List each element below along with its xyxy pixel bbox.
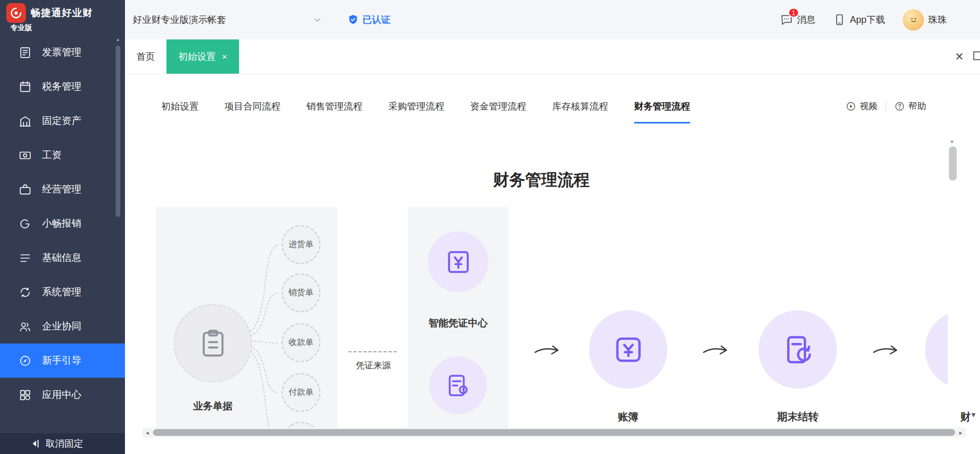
partial-node-circle (925, 310, 948, 389)
tab-home[interactable]: 首页 (136, 50, 155, 63)
reimburse-icon (19, 217, 32, 230)
app-window: 畅捷通好业财 专业版 发票管理 税务管理 固定资产 工资 (0, 0, 980, 454)
period-end-node (759, 310, 837, 389)
node-sales-order: 销货单 (282, 273, 320, 312)
app-download-button[interactable]: App下载 (833, 13, 885, 26)
smart-voucher-circle (428, 231, 488, 292)
node-receipt: 收款单 (282, 323, 320, 362)
sidebar-item-label: 系统管理 (42, 285, 81, 299)
banknote-icon (19, 149, 32, 162)
sidebar-item-reimbursement[interactable]: 小畅报销 (0, 207, 125, 241)
close-icon[interactable]: × (955, 50, 963, 64)
collapse-pin-icon (30, 438, 40, 449)
horizontal-scroll-thumb[interactable] (153, 429, 955, 436)
sidebar-item-label: 小畅报销 (42, 217, 81, 230)
vertical-scroll-thumb[interactable] (949, 146, 957, 181)
document-gear-icon (445, 373, 471, 398)
sidebar-item-newbie-guide[interactable]: 新手引导 (0, 343, 125, 378)
tab-initial-settings[interactable]: 初始设置 × (166, 39, 239, 74)
business-docs-label: 业务单据 (174, 400, 252, 413)
sidebar-scroll-up-icon[interactable]: ▲ (116, 37, 120, 42)
horizontal-scrollbar[interactable]: ◂ ▸ (143, 428, 965, 437)
avatar-face-icon (907, 13, 920, 26)
sidebar-item-enterprise-collaboration[interactable]: 企业协同 (0, 309, 125, 343)
restore-icon[interactable] (973, 51, 980, 60)
app-title: 畅捷通好业财 (31, 6, 93, 20)
messages-button[interactable]: 1 消息 (780, 13, 816, 26)
sidebar-item-label: 基础信息 (42, 251, 81, 265)
scroll-down-icon[interactable]: ▼ (970, 411, 977, 419)
compass-icon (19, 354, 32, 367)
period-end-label: 期末结转 (759, 410, 837, 424)
connector-lines (246, 229, 285, 428)
node-purchase-order: 进货单 (282, 225, 320, 264)
sidebar-item-label: 工资 (42, 148, 62, 162)
list-icon (19, 252, 32, 265)
sidebar-item-label: 固定资产 (42, 114, 81, 128)
sidebar-item-app-center[interactable]: 应用中心 (0, 378, 125, 412)
sidebar: 畅捷通好业财 专业版 发票管理 税务管理 固定资产 工资 (0, 0, 125, 454)
tab-label: 初始设置 (178, 50, 216, 63)
avatar (903, 9, 924, 31)
sidebar-item-business-management[interactable]: 经营管理 (0, 172, 125, 207)
yen-document-icon (444, 248, 472, 276)
scroll-up-icon[interactable]: ▲ (949, 138, 955, 144)
voucher-settings-circle (429, 356, 487, 414)
sidebar-item-tax-management[interactable]: 税务管理 (0, 70, 125, 104)
ledger-node (589, 310, 667, 389)
unpin-label: 取消固定 (46, 437, 83, 450)
sidebar-item-system-management[interactable]: 系统管理 (0, 275, 125, 309)
grid-icon (19, 389, 32, 402)
sidebar-item-label: 企业协同 (42, 320, 81, 333)
sidebar-item-label: 新手引导 (42, 354, 81, 367)
briefcase-icon (19, 183, 32, 196)
sidebar-item-label: 税务管理 (42, 80, 81, 93)
ledger-label: 账簿 (589, 410, 667, 424)
sidebar-item-label: 发票管理 (42, 46, 81, 59)
flow-arrow-icon (872, 343, 899, 357)
topbar-actions: 1 消息 App下载 珠珠 (780, 9, 980, 31)
flow-arrow-icon (702, 343, 729, 357)
workspace: 初始设置 项目合同流程 销售管理流程 采购管理流程 资金管理流程 库存核算流程 … (125, 74, 980, 454)
sidebar-scrollbar-thumb[interactable] (116, 46, 120, 217)
tax-icon (19, 80, 32, 93)
sidebar-item-fixed-assets[interactable]: 固定资产 (0, 104, 125, 138)
notification-badge: 1 (788, 8, 799, 18)
clipboard-icon (197, 327, 229, 360)
account-select[interactable]: 好业财专业版演示帐套 (133, 13, 322, 26)
business-docs-circle (174, 304, 252, 382)
people-icon (19, 320, 32, 333)
scroll-left-icon[interactable]: ◂ (143, 429, 152, 436)
user-menu[interactable]: 珠珠 (903, 9, 947, 31)
sidebar-menu: 发票管理 税务管理 固定资产 工资 经营管理 小畅报销 (0, 35, 125, 412)
unpin-sidebar-button[interactable]: 取消固定 (0, 433, 125, 454)
tab-bar: 首页 初始设置 × × (125, 39, 980, 74)
sidebar-item-salary[interactable]: 工资 (0, 138, 125, 172)
logo-area: 畅捷通好业财 专业版 (0, 0, 125, 35)
sidebar-item-label: 应用中心 (42, 388, 81, 402)
account-name: 好业财专业版演示帐套 (133, 13, 226, 26)
sidebar-item-invoice-management[interactable]: 发票管理 (0, 35, 125, 70)
certified-label: 已认证 (362, 13, 390, 26)
brand-logo-icon (6, 3, 26, 23)
finance-flow-diagram: 业务单据 进货单 销货单 收款单 付款单 凭证来源 智能凭证中心 账簿 (125, 74, 980, 428)
voucher-source-label: 凭证来源 (340, 360, 407, 372)
scroll-right-icon[interactable]: ▸ (956, 429, 965, 436)
shield-icon (347, 14, 359, 25)
app-edition: 专业版 (10, 23, 125, 33)
sidebar-item-basic-info[interactable]: 基础信息 (0, 241, 125, 275)
sync-icon (19, 286, 32, 299)
yen-book-icon (612, 333, 645, 366)
chevron-down-icon (313, 15, 322, 24)
certified-badge[interactable]: 已认证 (347, 13, 390, 26)
smartphone-icon (833, 13, 846, 26)
smart-voucher-label: 智能凭证中心 (408, 317, 509, 330)
invoice-icon (19, 46, 32, 59)
node-payment: 付款单 (282, 373, 320, 412)
voucher-source-line (348, 351, 397, 352)
topbar: 好业财专业版演示帐套 已认证 1 消息 App下载 珠珠 (125, 0, 980, 39)
close-tab-icon[interactable]: × (222, 52, 227, 61)
app-download-label: App下载 (850, 13, 885, 26)
sidebar-item-label: 经营管理 (42, 183, 81, 196)
user-name: 珠珠 (928, 13, 947, 26)
